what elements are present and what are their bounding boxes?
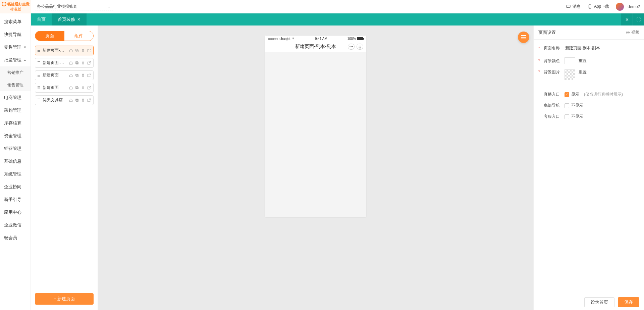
bg-image-label: 背景图片 [544, 69, 561, 75]
app-download-button[interactable]: App下载 [587, 4, 609, 9]
caret-down-icon: ▼ [23, 46, 26, 49]
nav-member[interactable]: 畅会员 [0, 231, 31, 244]
svg-rect-12 [75, 99, 77, 101]
tab-page-decor[interactable]: 首页装修 ✕ [52, 13, 87, 25]
svg-rect-9 [76, 87, 78, 89]
nav-ecommerce[interactable]: 电商管理 [0, 91, 31, 104]
home-icon[interactable] [68, 73, 73, 78]
page-name-input[interactable] [565, 44, 639, 52]
nav-funds[interactable]: 资金管理 [0, 130, 31, 142]
service-entry-label: 客服入口 [544, 114, 561, 119]
copy-icon[interactable] [74, 61, 79, 65]
svg-rect-11 [76, 99, 78, 101]
checkbox-checked-icon: ✓ [565, 92, 569, 97]
copy-icon[interactable] [74, 73, 79, 78]
external-icon[interactable] [87, 48, 91, 53]
nav-inventory[interactable]: 库存核算 [0, 117, 31, 130]
page-row-name: 新建页面 [43, 72, 66, 78]
nav-marketing[interactable]: 营销推广 [0, 66, 31, 79]
nav-purchase[interactable]: 采购管理 [0, 104, 31, 117]
nav-app-center[interactable]: 应用中心 [0, 206, 31, 219]
delete-icon[interactable] [80, 61, 85, 65]
copy-icon[interactable] [74, 48, 79, 53]
delete-icon[interactable] [80, 48, 85, 53]
page-component-segment: 页面 组件 [35, 31, 94, 41]
set-home-button[interactable]: 设为首页 [584, 297, 614, 307]
home-icon[interactable] [68, 98, 73, 103]
user-menu[interactable]: demo2 [616, 3, 640, 11]
drag-handle-icon[interactable]: ☰ [37, 86, 41, 90]
drag-handle-icon[interactable]: ☰ [37, 98, 41, 102]
svg-rect-0 [567, 5, 570, 8]
bottom-nav-checkbox[interactable]: 不显示 [565, 103, 583, 108]
bg-image-picker[interactable] [565, 69, 575, 80]
delete-icon[interactable] [80, 86, 85, 90]
tabstrip-fullscreen-button[interactable] [633, 13, 644, 25]
tab-home[interactable]: 首页 [31, 13, 52, 25]
save-button[interactable]: 保存 [618, 297, 639, 307]
phone-status-bar: ●●●○○ chanjet 9:41 AM 100% [265, 36, 366, 42]
message-icon [566, 4, 571, 9]
delete-icon[interactable] [80, 73, 85, 78]
bg-color-reset[interactable]: 重置 [579, 58, 587, 64]
page-row-name: 昊天文具店 [43, 97, 66, 103]
canvas: ●●●○○ chanjet 9:41 AM 100% 新建页面-副本-副本 [98, 25, 533, 310]
home-icon[interactable] [68, 86, 73, 90]
nav-search-menu[interactable]: 搜索菜单 [0, 15, 31, 28]
home-icon[interactable] [68, 48, 73, 53]
nav-basic-info[interactable]: 基础信息 [0, 155, 31, 168]
nav-system[interactable]: 系统管理 [0, 168, 31, 180]
settings-title: 页面设置 [538, 30, 556, 36]
toggle-panel-fab[interactable] [518, 32, 529, 43]
account-set-selector[interactable]: 办公品品行业模拟账套 ⌄ [35, 3, 113, 10]
svg-rect-3 [76, 50, 78, 52]
tab-close-icon[interactable]: ✕ [77, 17, 80, 22]
nav-newbie[interactable]: 新手引导 [0, 193, 31, 206]
messages-button[interactable]: 消息 [566, 4, 581, 9]
bg-color-swatch[interactable] [565, 57, 575, 64]
page-row-name: 新建页面-副本-... [43, 48, 66, 53]
page-row[interactable]: ☰新建页面-副本-... [35, 46, 94, 55]
nav-sales[interactable]: 销售管理 [0, 79, 31, 91]
app-download-label: App下载 [594, 4, 609, 9]
nav-retail[interactable]: 零售管理▼ [0, 41, 31, 54]
nav-operation[interactable]: 经营管理 [0, 142, 31, 155]
service-entry-checkbox[interactable]: 不显示 [565, 114, 583, 119]
copy-icon[interactable] [74, 86, 79, 90]
external-icon[interactable] [87, 73, 91, 78]
capsule-target-icon: ◎ [357, 44, 363, 50]
nav-enterprise[interactable]: 企业协同 [0, 180, 31, 193]
nav-wechat[interactable]: 企业微信 [0, 219, 31, 231]
live-display-checkbox[interactable]: ✓ 显示 [565, 92, 579, 97]
nav-wholesale[interactable]: 批发管理▲ [0, 54, 31, 66]
external-icon[interactable] [87, 86, 91, 90]
drag-handle-icon[interactable]: ☰ [37, 61, 41, 65]
external-icon[interactable] [87, 61, 91, 65]
svg-rect-6 [75, 62, 77, 64]
external-icon[interactable] [87, 98, 91, 103]
page-row[interactable]: ☰新建页面 [35, 70, 94, 80]
top-bar: 畅捷通好生意 标准版 办公品品行业模拟账套 ⌄ 消息 App下载 demo2 [0, 0, 644, 13]
nav-quick-nav[interactable]: 快捷导航 [0, 28, 31, 41]
page-list-panel: 页面 组件 ☰新建页面-副本-...☰新建页面-副本☰新建页面☰新建页面☰昊天文… [31, 25, 98, 310]
segment-page[interactable]: 页面 [35, 31, 64, 41]
tab-strip: 首页 首页装修 ✕ ✕ [31, 13, 644, 25]
page-row-name: 新建页面 [43, 85, 66, 91]
page-row[interactable]: ☰新建页面-副本 [35, 58, 94, 68]
bg-image-reset[interactable]: 重置 [579, 69, 587, 75]
drag-handle-icon[interactable]: ☰ [37, 73, 41, 78]
home-icon[interactable] [68, 61, 73, 65]
video-help-link[interactable]: 视频 [626, 30, 639, 35]
page-row[interactable]: ☰新建页面 [35, 83, 94, 93]
new-page-button[interactable]: + 新建页面 [35, 293, 94, 305]
checkbox-unchecked-icon [565, 103, 569, 108]
carrier-label: chanjet [279, 37, 290, 41]
brand-name: 畅捷通好生意 [7, 2, 30, 7]
drag-handle-icon[interactable]: ☰ [37, 48, 41, 53]
copy-icon[interactable] [74, 98, 79, 103]
tabstrip-close-button[interactable]: ✕ [621, 13, 633, 25]
delete-icon[interactable] [80, 98, 85, 103]
battery-label: 100% [347, 37, 356, 41]
page-row[interactable]: ☰昊天文具店 [35, 95, 94, 105]
segment-component[interactable]: 组件 [64, 31, 94, 41]
